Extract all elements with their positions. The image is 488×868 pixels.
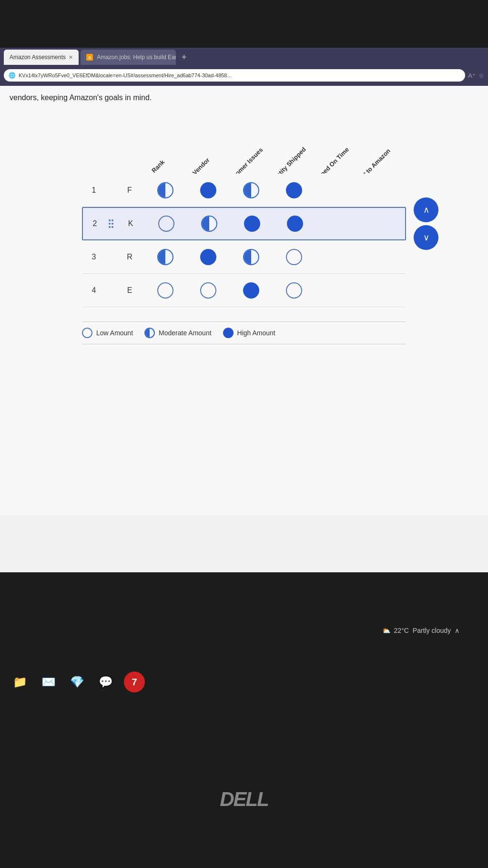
drag-dot-row [109,219,114,221]
chat-icon: 💬 [99,675,113,689]
vendor-value-2: K [128,219,133,227]
vendor-cell-3: R [115,253,144,261]
taskbar-icon-mail[interactable]: ✉️ [38,672,59,692]
legend-item-low: Low Amount [82,328,133,338]
table-row: 4 E [82,274,406,307]
shipped-on-time-4 [230,282,273,299]
shipped-on-time-2 [231,216,274,232]
taskbar-bg [0,572,488,868]
weather-bar: ⛅ 22°C Partly cloudy ∧ [382,627,459,634]
drag-dot-row [109,223,114,225]
rank-cell-2: 2 [83,219,107,228]
col-header-cost-to-amazon: Cost to Amazon [354,112,396,174]
vendor-value-1: F [127,186,132,194]
vendor-value-3: R [127,253,132,261]
dell-logo: DELL [220,788,268,811]
move-down-button[interactable]: ∨ [414,225,438,250]
address-bar[interactable]: 🌐 KVx14lx7yWRo5Fve0_VE6EfDM&locale=en-US… [4,69,465,82]
quantity-shipped-4 [187,282,230,299]
rank-value-1: 1 [92,186,96,194]
move-buttons: ∧ ∨ [414,197,438,250]
legend-icon-high [223,328,234,338]
tab-amazon-jobs[interactable]: a Amazon.jobs: Help us build Eart... ✕ [81,50,176,65]
col-header-customer-issues: Customer Issues [225,112,268,174]
customer-issues-2 [145,216,188,232]
cost-to-amazon-4 [273,282,315,299]
bookmark-icon[interactable]: ☆ [478,72,484,79]
legend-label-low: Low Amount [96,329,133,337]
address-text: KVx14lx7yWRo5Fve0_VE6EfDM&locale=en-US#/… [19,72,460,78]
legend-item-moderate: Moderate Amount [144,328,212,338]
rank-value-4: 4 [92,286,96,294]
quantity-shipped-icon-4 [200,282,216,299]
quantity-shipped-icon-1 [200,182,216,198]
customer-issues-1 [144,182,187,198]
drag-dot [112,219,113,221]
legend: Low Amount Moderate Amount High Amount [82,321,406,344]
drag-dot-row [109,226,114,228]
page-content: vendors, keeping Amazon's goals in mind.… [0,86,488,515]
shipped-on-time-icon-2 [244,216,260,232]
table-row: 1 F [82,174,406,207]
mail-icon: ✉️ [41,675,56,689]
gem-icon: 💎 [70,675,84,689]
col-header-quantity-shipped: Quantity Shipped [268,112,311,174]
quantity-shipped-icon-2 [201,216,217,232]
quantity-shipped-2 [188,216,231,232]
taskbar-icon-gem[interactable]: 💎 [67,672,88,692]
shipped-on-time-icon-4 [243,282,259,299]
shipped-on-time-icon-1 [243,182,259,198]
legend-item-high: High Amount [223,328,275,338]
legend-label-high: High Amount [237,329,275,337]
legend-icon-low [82,328,92,338]
chevron-up-icon: ∧ [423,205,429,215]
tab-close-1[interactable]: ✕ [69,54,73,61]
drag-dot [112,226,113,228]
vendor-cell-1: F [115,186,144,195]
cost-to-amazon-icon-4 [286,282,302,299]
tab-amazon-assessments[interactable]: Amazon Assessments ✕ [4,50,79,65]
table-row: 2 K [82,207,406,240]
col-header-shipped-on-time: Shipped On Time [311,112,354,174]
drag-handle-2[interactable] [107,217,116,230]
screen: Amazon Assessments ✕ a Amazon.jobs: Help… [0,48,488,620]
quantity-shipped-1 [187,182,230,198]
customer-issues-3 [144,249,187,265]
table-row: 3 R [82,240,406,274]
address-icon: 🌐 [9,72,16,79]
chevron-up-icon-weather: ∧ [455,627,459,634]
address-actions: A⁺ ☆ [468,72,484,79]
shipped-on-time-icon-3 [243,249,259,265]
rank-value-2: 2 [93,219,97,227]
vendor-value-4: E [127,286,132,294]
col-header-rank-label: Rank [150,158,166,174]
taskbar-icon-chat[interactable]: 💬 [95,672,116,692]
customer-issues-icon-3 [157,249,173,265]
customer-issues-icon-2 [158,216,174,232]
move-up-button[interactable]: ∧ [414,197,438,222]
cost-to-amazon-icon-3 [286,249,302,265]
rank-cell-4: 4 [82,286,106,295]
taskbar-icon-app5[interactable]: 7 [124,672,145,692]
read-aloud-icon[interactable]: A⁺ [468,72,476,79]
customer-issues-icon-4 [157,282,173,299]
cost-to-amazon-1 [273,182,315,198]
taskbar-icon-folder[interactable]: 📁 [10,672,30,692]
chevron-down-icon: ∨ [423,232,429,243]
rank-cell-1: 1 [82,186,106,195]
app5-icon: 7 [132,677,137,688]
vendor-cell-2: K [116,219,145,228]
new-tab-button[interactable]: + [178,52,191,62]
weather-icon: ⛅ [382,627,390,634]
dell-logo-text: DELL [220,788,268,810]
cost-to-amazon-icon-1 [286,182,302,198]
weather-condition: Partly cloudy [413,627,451,634]
cost-to-amazon-3 [273,249,315,265]
shipped-on-time-3 [230,249,273,265]
weather-temp: 22°C [394,627,409,634]
cost-to-amazon-icon-2 [287,216,303,232]
header-row: Rank Vendor Customer Issues Quantity Shi… [139,112,406,174]
quantity-shipped-icon-3 [200,249,216,265]
vendor-cell-4: E [115,286,144,295]
customer-issues-4 [144,282,187,299]
